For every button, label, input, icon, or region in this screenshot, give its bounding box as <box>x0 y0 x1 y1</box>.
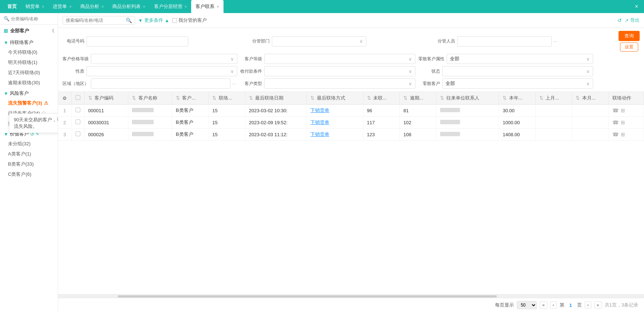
nav-tab-home[interactable]: 首页 <box>3 0 21 13</box>
grid-action-icon[interactable]: ⊞ <box>621 108 625 113</box>
col-unit-contact-sort-icon[interactable]: ⇅ <box>440 95 444 101</box>
sidebar-item-class-b[interactable]: B类客户(33) <box>0 159 58 169</box>
filter-retail-attr: 零散客户属性 全部 ∨ <box>418 54 593 64</box>
query-button[interactable]: 查询 <box>619 31 640 41</box>
row-checkbox[interactable] <box>76 108 80 112</box>
filter-person-dots[interactable]: ··· <box>552 39 559 44</box>
more-conditions-button[interactable]: ▼ 更多条件 ▲ <box>138 17 169 24</box>
sidebar-all-customers[interactable]: ⊞ 全部客户 《 <box>0 25 58 37</box>
col-contact-sort-icon[interactable]: ⇅ <box>212 95 216 101</box>
cell-checkbox[interactable] <box>71 117 84 129</box>
filter-status: 状态 ∨ <box>418 66 593 76</box>
nav-tab-customer-tier[interactable]: 客户分层经营 × <box>150 0 191 13</box>
col-this-year-sort-icon[interactable]: ⇅ <box>503 95 507 101</box>
nav-tab-product-analysis-list[interactable]: 商品分析列表 × <box>108 0 149 13</box>
cell-last-method[interactable]: 下销货单 <box>307 129 363 141</box>
sidebar-item-churn-warning[interactable]: 流失预警客户(3) ⚠ <box>0 98 58 108</box>
col-last-date-sort-icon[interactable]: ⇅ <box>249 95 253 101</box>
filter-price-level-select[interactable]: ∨ <box>91 54 237 64</box>
filter-region-select[interactable] <box>91 78 230 89</box>
search-input[interactable] <box>66 18 126 23</box>
my-customers-toggle[interactable]: 我分管的客户 <box>172 17 207 24</box>
phone-action-icon[interactable]: ☎ <box>612 119 619 125</box>
filter-status-select[interactable]: ∨ <box>442 66 593 76</box>
export-button[interactable]: ↗ 导出 <box>625 17 640 24</box>
search-button[interactable]: 🔍 <box>126 17 132 23</box>
window-close-button[interactable]: × <box>632 3 641 10</box>
sidebar-item-ungrouped[interactable]: 未分组(32) <box>0 139 58 149</box>
nav-tab-product-analysis-close[interactable]: × <box>101 4 104 9</box>
col-last-month-sort-icon[interactable]: ⇅ <box>539 95 543 101</box>
nav-tab-product-analysis[interactable]: 商品分析 × <box>76 0 108 13</box>
nav-tab-customer-tier-close[interactable]: × <box>185 4 187 9</box>
filter-payment-select[interactable]: ∨ <box>264 66 415 76</box>
horizontal-scrollbar[interactable] <box>58 294 644 298</box>
grid-action-icon[interactable]: ⊞ <box>621 131 625 137</box>
filter-retail-attr-select[interactable]: 全部 ∨ <box>447 54 593 64</box>
sidebar-search-input[interactable] <box>11 16 54 21</box>
col-name-sort-icon[interactable]: ⇅ <box>132 95 136 101</box>
cell-last-month <box>535 129 572 141</box>
filter-nature: 性质 ∨ <box>63 66 237 76</box>
sidebar-group-pending[interactable]: ▼ 待联络客户 <box>0 37 58 47</box>
col-overdue-sort-icon[interactable]: ⇅ <box>403 95 407 101</box>
cell-checkbox[interactable] <box>71 105 84 117</box>
grid-action-icon[interactable]: ⊞ <box>621 119 625 125</box>
sidebar-group-risk[interactable]: ▼ 风险客户 <box>0 88 58 98</box>
sidebar-item-7days-pending[interactable]: 近7天待联络(0) <box>0 68 58 78</box>
filter-retail-customer-select[interactable]: 全部 ∨ <box>442 78 593 89</box>
phone-action-icon[interactable]: ☎ <box>612 131 619 137</box>
last-page-button[interactable]: » <box>594 301 602 309</box>
last-method-link[interactable]: 下销货单 <box>310 108 329 113</box>
refresh-button[interactable]: ↺ <box>617 17 622 23</box>
nav-tab-purchase-close[interactable]: × <box>69 4 71 9</box>
next-page-button[interactable]: › <box>585 301 591 309</box>
col-last-method-sort-icon[interactable]: ⇅ <box>310 95 314 101</box>
sidebar-item-tomorrow-pending[interactable]: 明天待联络(1) <box>0 57 58 68</box>
col-this-month-header: ⇅ 本月... <box>572 92 609 105</box>
nav-tab-sales-close[interactable]: × <box>42 4 44 9</box>
filter-customer-level-select[interactable]: ∨ <box>264 54 415 64</box>
sidebar-collapse-button[interactable]: 《 <box>50 28 54 34</box>
per-page-select[interactable]: 50 100 200 <box>517 301 537 309</box>
filter-nature-select[interactable]: ∨ <box>86 66 237 76</box>
col-settings[interactable]: ⚙ <box>58 92 71 105</box>
row-checkbox[interactable] <box>76 131 80 136</box>
sidebar-item-class-c[interactable]: C类客户(6) <box>0 169 58 179</box>
h-scroll-thumb[interactable] <box>118 295 497 297</box>
per-page-label: 每页显示 <box>495 302 514 308</box>
nav-tab-product-analysis-list-close[interactable]: × <box>143 4 145 9</box>
col-this-month-sort-icon[interactable]: ⇅ <box>576 95 580 101</box>
col-type-sort-icon[interactable]: ⇅ <box>176 95 180 101</box>
filter-region-dots[interactable]: ··· <box>230 81 237 86</box>
filter-phone-input[interactable] <box>86 36 188 46</box>
filter-customer-type-select[interactable]: ∨ <box>264 78 415 89</box>
row-checkbox[interactable] <box>76 119 80 124</box>
filter-person-select[interactable] <box>457 36 552 46</box>
nav-tab-customer-contact-close[interactable]: × <box>217 4 219 9</box>
my-customers-checkbox[interactable] <box>172 18 177 23</box>
cell-checkbox[interactable] <box>71 129 84 141</box>
first-page-button[interactable]: « <box>540 301 547 309</box>
sidebar-item-today-pending[interactable]: 今天待联络(0) <box>0 47 58 57</box>
filter-dept-select[interactable]: ∨ <box>272 36 366 46</box>
nav-tab-customer-contact[interactable]: 客户联系 × <box>191 0 223 13</box>
nav-tab-sales[interactable]: 销货单 × <box>21 0 48 13</box>
cell-last-method[interactable]: 下销货单 <box>307 105 363 117</box>
col-code-sort-icon[interactable]: ⇅ <box>88 95 92 101</box>
col-uncontacted-sort-icon[interactable]: ⇅ <box>367 95 371 101</box>
prev-page-button[interactable]: ‹ <box>550 301 557 309</box>
filter-row-4: 区域（地区） ··· 客户类型 ∨ 零散客户 全部 <box>63 78 640 89</box>
sidebar-item-overdue-pending[interactable]: 逾期未联络(30) <box>0 78 58 88</box>
sidebar-item-class-a[interactable]: A类客户(1) <box>0 149 58 159</box>
last-method-link[interactable]: 下销货单 <box>310 131 329 137</box>
header-checkbox[interactable] <box>76 95 80 100</box>
nav-tab-purchase[interactable]: 进货单 × <box>48 0 76 13</box>
cell-this-month <box>572 105 609 117</box>
cell-last-method[interactable]: 下销货单 <box>307 117 363 129</box>
settings-button[interactable]: 设置 <box>620 42 638 52</box>
phone-action-icon[interactable]: ☎ <box>612 108 619 113</box>
settings-gear-icon[interactable]: ⚙ <box>63 96 67 101</box>
col-checkbox[interactable] <box>71 92 84 105</box>
last-method-link[interactable]: 下销货单 <box>310 119 329 125</box>
